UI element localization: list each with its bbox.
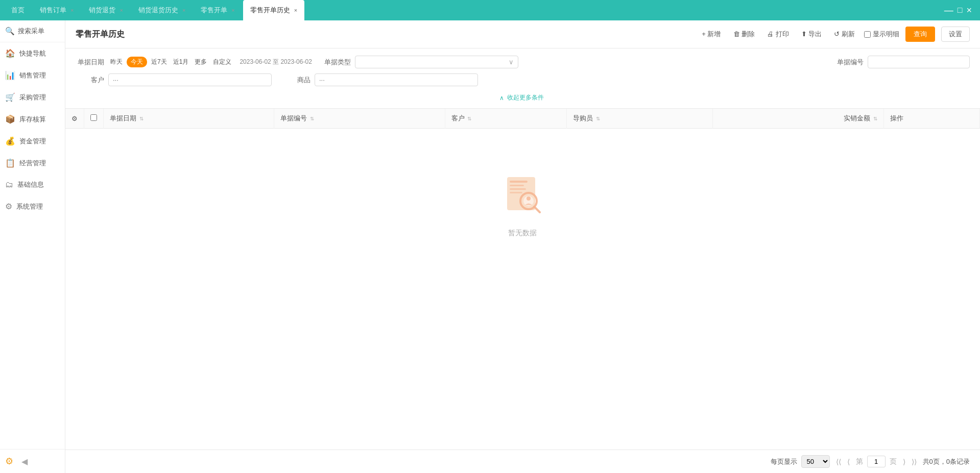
sidebar-collapse-icon[interactable]: ◀ xyxy=(21,457,28,466)
col-salesperson[interactable]: 导购员 ⇅ xyxy=(567,109,713,129)
tab-return-history[interactable]: 销货退货历史 × xyxy=(131,0,193,20)
sidebar-item-operations-label: 经营管理 xyxy=(19,159,46,168)
sort-amount-icon[interactable]: ⇅ xyxy=(873,116,877,121)
tab-retail-history[interactable]: 零售开单历史 × xyxy=(243,0,304,20)
window-minimize-btn[interactable]: — xyxy=(944,5,953,16)
sidebar-item-finance-label: 资金管理 xyxy=(19,137,46,146)
collapse-row[interactable]: ∧ 收起更多条件 xyxy=(76,91,970,104)
sidebar-item-basicinfo[interactable]: 🗂 基础信息 xyxy=(0,174,65,195)
tab-return-history-close[interactable]: × xyxy=(182,7,185,13)
last-page-btn[interactable]: ⟩⟩ xyxy=(910,457,919,467)
date-opt-1month[interactable]: 近1月 xyxy=(171,57,191,67)
col-customer[interactable]: 客户 ⇅ xyxy=(445,109,566,129)
type-select[interactable]: ∨ xyxy=(355,56,518,68)
col-settings[interactable]: ⚙ xyxy=(65,109,84,129)
total-label: 共0页，0条记录 xyxy=(923,457,970,466)
sidebar-item-finance[interactable]: 💰 资金管理 xyxy=(0,130,65,152)
tab-bar: 首页 销售订单 × 销货退货 × 销货退货历史 × 零售开单 × 零售开单历史 … xyxy=(0,0,980,20)
prev-page-btn[interactable]: ⟨ xyxy=(845,457,852,467)
finance-icon: 💰 xyxy=(5,136,15,146)
show-detail-toggle[interactable]: 显示明细 xyxy=(864,30,899,39)
col-number[interactable]: 单据编号 ⇅ xyxy=(274,109,445,129)
filter-date: 单据日期 昨天 今天 近7天 近1月 更多 自定义 2023-06-02 至 2… xyxy=(76,57,312,67)
empty-row: 暂无数据 xyxy=(65,129,980,279)
tab-sales-order[interactable]: 销售订单 × xyxy=(33,0,81,20)
sidebar-item-sales[interactable]: 📊 销售管理 xyxy=(0,64,65,86)
col-checkbox[interactable] xyxy=(84,109,104,129)
sort-date-icon[interactable]: ⇅ xyxy=(139,116,144,121)
page-header: 零售开单历史 + 新增 🗑 删除 🖨 打印 ⬆ 导出 ↺ 刷新 显示明细 查询 … xyxy=(65,20,980,48)
col-date[interactable]: 单据日期 ⇅ xyxy=(104,109,274,129)
per-page-label: 每页显示 xyxy=(771,457,797,466)
sidebar-item-sysadmin[interactable]: ⚙ 系统管理 xyxy=(0,195,65,217)
filter-product: 商品 xyxy=(282,73,478,86)
date-opt-custom[interactable]: 自定义 xyxy=(211,57,233,67)
filter-row-2: 客户 商品 xyxy=(76,73,970,86)
chevron-down-icon: ∨ xyxy=(509,58,514,66)
search-icon: 🔍 xyxy=(5,27,15,36)
toolbar: + 新增 🗑 删除 🖨 打印 ⬆ 导出 ↺ 刷新 显示明细 查询 设置 xyxy=(699,27,970,42)
pagination-bar: 每页显示 50 10 20 100 ⟨⟨ ⟨ 第 页 ⟩ ⟩⟩ 共0页，0条记录 xyxy=(65,450,980,473)
sidebar-item-inventory[interactable]: 📦 库存核算 xyxy=(0,108,65,130)
number-input[interactable] xyxy=(868,56,970,68)
tab-return-close[interactable]: × xyxy=(119,7,123,13)
sidebar-item-quicknav[interactable]: 🏠 快捷导航 xyxy=(0,42,65,64)
window-close-btn[interactable]: × xyxy=(966,5,972,16)
first-page-btn[interactable]: ⟨⟨ xyxy=(834,457,843,467)
product-input[interactable] xyxy=(315,73,478,86)
tab-retail-history-close[interactable]: × xyxy=(294,7,297,13)
tab-home[interactable]: 首页 xyxy=(4,0,32,20)
tab-retail-close[interactable]: × xyxy=(231,7,234,13)
filter-customer: 客户 xyxy=(76,73,272,86)
show-detail-checkbox[interactable] xyxy=(864,31,871,38)
operations-icon: 📋 xyxy=(5,158,15,168)
next-page-btn[interactable]: ⟩ xyxy=(901,457,907,467)
window-maximize-btn[interactable]: □ xyxy=(958,6,963,15)
inventory-icon: 📦 xyxy=(5,114,15,124)
delete-button[interactable]: 🗑 删除 xyxy=(730,28,758,41)
collapse-label: 收起更多条件 xyxy=(507,93,544,102)
sort-salesperson-icon[interactable]: ⇅ xyxy=(596,116,600,121)
date-opt-more[interactable]: 更多 xyxy=(193,57,209,67)
tab-retail-label: 零售开单 xyxy=(201,6,227,15)
window-controls: — □ × xyxy=(944,5,976,16)
customer-input[interactable] xyxy=(108,73,272,86)
setting-button[interactable]: 设置 xyxy=(941,27,970,42)
sidebar-settings-icon[interactable]: ⚙ xyxy=(5,456,13,467)
select-all-checkbox[interactable] xyxy=(90,114,97,121)
settings-icon[interactable]: ⚙ xyxy=(71,115,78,122)
sort-number-icon[interactable]: ⇅ xyxy=(310,116,314,121)
sort-customer-icon[interactable]: ⇅ xyxy=(467,116,471,121)
svg-rect-1 xyxy=(510,181,528,183)
print-button[interactable]: 🖨 打印 xyxy=(764,28,792,41)
tab-sales-order-label: 销售订单 xyxy=(40,6,66,15)
col-ops: 操作 xyxy=(883,109,979,129)
table-body: 暂无数据 xyxy=(65,129,980,279)
basicinfo-icon: 🗂 xyxy=(5,180,13,189)
sidebar-item-purchase-label: 采购管理 xyxy=(19,93,46,102)
filter-number-label: 单据编号 xyxy=(835,58,864,67)
tab-sales-order-close[interactable]: × xyxy=(70,7,74,13)
sidebar-bottom: ⚙ ◀ xyxy=(0,449,65,473)
query-button[interactable]: 查询 xyxy=(905,27,935,42)
date-opt-today[interactable]: 今天 xyxy=(127,57,147,67)
tab-return-label: 销货退货 xyxy=(89,6,115,15)
current-page-input[interactable] xyxy=(867,456,886,467)
tab-return[interactable]: 销货退货 × xyxy=(82,0,130,20)
export-button[interactable]: ⬆ 导出 xyxy=(798,28,825,41)
tab-home-label: 首页 xyxy=(11,6,25,15)
tab-retail[interactable]: 零售开单 × xyxy=(194,0,242,20)
sidebar-item-operations[interactable]: 📋 经营管理 xyxy=(0,152,65,174)
tabs-container: 首页 销售订单 × 销货退货 × 销货退货历史 × 零售开单 × 零售开单历史 … xyxy=(4,0,304,20)
add-button[interactable]: + 新增 xyxy=(699,28,724,41)
date-range-display: 2023-06-02 至 2023-06-02 xyxy=(240,58,312,66)
col-amount-label: 实销金额 xyxy=(844,114,870,122)
svg-line-7 xyxy=(534,207,540,212)
sidebar-item-purchase[interactable]: 🛒 采购管理 xyxy=(0,86,65,108)
date-opt-7days[interactable]: 近7天 xyxy=(149,57,169,67)
refresh-button[interactable]: ↺ 刷新 xyxy=(831,28,858,41)
sidebar-search[interactable]: 🔍 搜索采单 xyxy=(0,20,65,42)
col-amount[interactable]: 实销金额 ⇅ xyxy=(713,109,883,129)
date-opt-yesterday[interactable]: 昨天 xyxy=(108,57,125,67)
per-page-select[interactable]: 50 10 20 100 xyxy=(801,455,830,468)
